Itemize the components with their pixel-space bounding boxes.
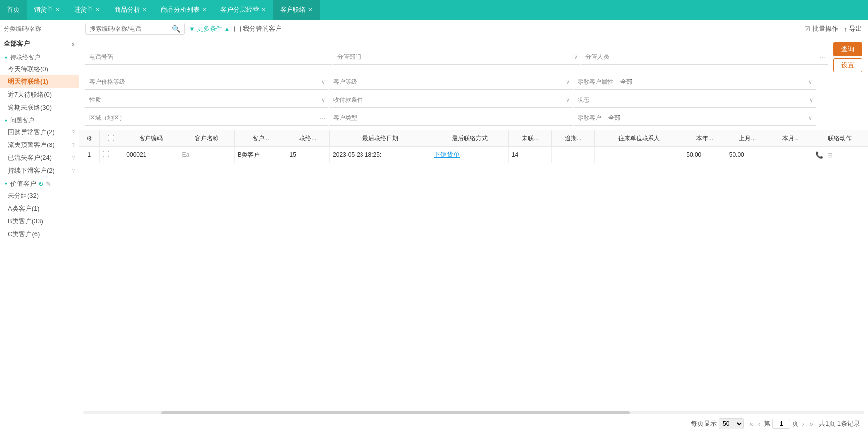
sidebar-group-pending: 待联络客户 [0, 51, 79, 63]
sidebar-group-problem: 问题客户 [0, 114, 79, 126]
row-no-contact: 14 [508, 147, 551, 163]
filter-btn-group: 查询 设置 [833, 42, 862, 72]
col-name: 客户名称 [179, 130, 234, 147]
nav-item-customer-tier[interactable]: 客户分层经营 ✕ [214, 0, 273, 20]
page-size-wrap: 每页显示 50 100 [691, 418, 744, 429]
filter-nature: 性质 ∨ [85, 93, 328, 108]
nav-close-sales[interactable]: ✕ [55, 6, 60, 13]
nav-item-home[interactable]: 首页 [0, 0, 27, 20]
sidebar-item-lostwarning[interactable]: 流失预警客户(3)? [0, 139, 79, 151]
search-input[interactable] [90, 25, 172, 32]
nav-close-purchase[interactable]: ✕ [95, 6, 100, 13]
my-customers-check-wrap: 我分管的客户 [234, 24, 282, 33]
more-conditions-btn[interactable]: ▼ 更多条件 ▲ [189, 24, 230, 33]
filter-payment: 收付款条件 ∨ [329, 93, 572, 108]
nav-close-customer-contact[interactable]: ✕ [308, 6, 313, 13]
sidebar-search-input[interactable] [4, 25, 78, 32]
all-customers-label: 全部客户 [4, 39, 30, 48]
filter-phone-label: 电话号码 [89, 53, 113, 61]
page-size-select[interactable]: 50 100 [719, 418, 744, 429]
row-index: 1 [79, 147, 99, 163]
filter-person: 分管人员 ··· [581, 50, 828, 65]
page-first-btn[interactable]: « [748, 419, 755, 428]
nav-item-analysis[interactable]: 商品分析 ✕ [107, 0, 154, 20]
filter-panel: 电话号码 分管部门 ∨ 分管人员 ··· 查询 设置 客户价格等级 [79, 38, 868, 130]
nav-item-customer-contact[interactable]: 客户联络 ✕ [273, 0, 320, 20]
edit-icon[interactable]: ✎ [46, 180, 51, 188]
my-customers-checkbox[interactable] [234, 26, 241, 32]
sidebar-item-lost[interactable]: 已流失客户(24)? [0, 151, 79, 164]
row-last-date: 2023-05-23 18:25: [330, 147, 431, 163]
nav-close-customer-tier[interactable]: ✕ [261, 6, 266, 13]
filter-dept: 分管部门 ∨ [333, 50, 580, 65]
table-row: 1 000021 Ea B类客户 15 2023-05-23 18:25: 下销… [79, 147, 868, 163]
col-setting[interactable]: ⚙ [79, 130, 99, 147]
my-customers-label: 我分管的客户 [243, 24, 282, 33]
filter-phone: 电话号码 [85, 50, 332, 65]
export-icon: ↑ [844, 25, 848, 33]
page-next-btn[interactable]: › [800, 419, 806, 428]
filter-icon: ▼ [189, 25, 195, 33]
grid-icon[interactable]: ⊞ [827, 151, 833, 159]
sidebar: 🔍 全部客户 « 待联络客户 今天待联络(0) 明天待联络(1) 近7天待联络(… [0, 20, 79, 432]
col-checkbox [99, 130, 123, 147]
batch-op-btn[interactable]: ☑ 批量操作 [804, 24, 838, 33]
filter-region-label: 区域（地区） [89, 114, 125, 122]
row-select-checkbox[interactable] [103, 151, 109, 157]
phone-icon[interactable]: 📞 [815, 151, 823, 159]
col-last-month: 上月... [726, 130, 769, 147]
nav-close-analysis-list[interactable]: ✕ [202, 6, 207, 13]
sidebar-item-overdue[interactable]: 逾期未联络(30) [0, 101, 79, 114]
page-last-btn[interactable]: » [808, 419, 815, 428]
filter-retail: 零散客户 全部 ∨ [574, 111, 816, 126]
last-method-link[interactable]: 下销货单 [434, 151, 460, 158]
col-this-month: 本月... [769, 130, 812, 147]
sidebar-item-7days[interactable]: 近7天待联络(0) [0, 88, 79, 101]
scrollbar-track[interactable] [83, 411, 864, 414]
row-this-month [769, 147, 812, 163]
scrollbar-thumb[interactable] [161, 411, 630, 414]
sidebar-item-repurchase[interactable]: 回购异常客户(2)? [0, 126, 79, 139]
query-button[interactable]: 查询 [833, 42, 862, 56]
filter-row-4: 区域（地区） ··· 客户类型 零散客户 全部 ∨ [85, 111, 862, 126]
select-all-checkbox[interactable] [108, 135, 114, 141]
dots-icon-person[interactable]: ··· [819, 53, 825, 61]
nav-close-analysis[interactable]: ✕ [142, 6, 147, 13]
page-prev-btn[interactable]: ‹ [757, 419, 762, 428]
sidebar-item-ungroup[interactable]: 未分组(32) [0, 189, 79, 202]
row-contact-person [594, 147, 683, 163]
sidebar-item-tomorrow[interactable]: 明天待联络(1) [0, 75, 79, 88]
col-last-method: 最后联络方式 [431, 130, 508, 147]
sidebar-collapse-icon[interactable]: « [72, 40, 75, 48]
sidebar-item-class-c[interactable]: C类客户(6) [0, 228, 79, 241]
row-last-month: 50.00 [726, 147, 769, 163]
sidebar-item-today[interactable]: 今天待联络(0) [0, 63, 79, 75]
chevron-down-icon-retail2: ∨ [808, 115, 812, 121]
filter-status: 状态 ∨ [574, 93, 816, 108]
refresh-icon[interactable]: ↻ [38, 180, 44, 188]
sidebar-item-class-a[interactable]: A类客户(1) [0, 202, 79, 215]
filter-row-1: 电话号码 分管部门 ∨ 分管人员 ··· 查询 设置 [85, 42, 862, 72]
col-contact-person: 往来单位联系人 [594, 130, 683, 147]
filter-retail-attr-label: 零散客户属性 [578, 78, 613, 86]
page-number-input[interactable] [772, 419, 790, 429]
sidebar-item-declining[interactable]: 持续下滑客户(2)? [0, 164, 79, 177]
search-icon[interactable]: 🔍 [172, 25, 180, 33]
top-nav: 首页 销货单 ✕ 进货单 ✕ 商品分析 ✕ 商品分析列表 ✕ 客户分层经营 ✕ … [0, 0, 868, 20]
chevron-down-icon-nature: ∨ [321, 97, 325, 103]
filter-customer-level: 客户等级 ∨ [329, 75, 572, 90]
sidebar-search-wrap: 🔍 [0, 22, 79, 36]
chevron-down-icon-dept: ∨ [574, 54, 578, 60]
settings-button[interactable]: 设置 [833, 58, 862, 72]
dots-icon-region[interactable]: ··· [320, 114, 326, 122]
help-icon-lost: ? [72, 155, 75, 161]
filter-dept-label: 分管部门 [337, 53, 361, 61]
export-btn[interactable]: ↑ 导出 [844, 24, 863, 33]
sidebar-all-customers[interactable]: 全部客户 « [0, 36, 79, 51]
nav-item-sales[interactable]: 销货单 ✕ [27, 0, 67, 20]
nav-item-purchase[interactable]: 进货单 ✕ [67, 0, 107, 20]
sidebar-item-class-b[interactable]: B类客户(33) [0, 215, 79, 228]
nav-item-analysis-list[interactable]: 商品分析列表 ✕ [154, 0, 214, 20]
setting-icon[interactable]: ⚙ [86, 135, 92, 142]
row-overdue [552, 147, 594, 163]
